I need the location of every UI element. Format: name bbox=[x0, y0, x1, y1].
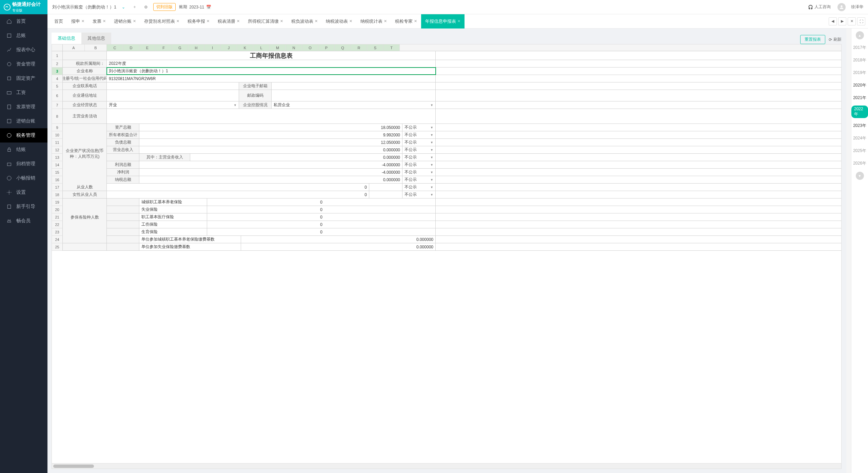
column-header[interactable]: N bbox=[286, 44, 302, 51]
year-item[interactable]: 2025年 bbox=[852, 146, 868, 156]
year-up-button[interactable]: ▲ bbox=[856, 31, 864, 39]
sub-metric-value[interactable]: 0.000000 bbox=[190, 154, 402, 161]
row-header[interactable]: 4 bbox=[52, 75, 63, 82]
row-header[interactable]: 12 bbox=[52, 146, 63, 154]
user-name[interactable]: 徐泽华 bbox=[851, 4, 863, 10]
column-header[interactable]: A bbox=[63, 44, 85, 51]
publish-select[interactable]: 不公示▼ bbox=[402, 124, 436, 131]
base-value[interactable]: 0.000000 bbox=[241, 236, 436, 243]
holding-select[interactable]: 私营企业▼ bbox=[272, 101, 436, 109]
column-header[interactable]: D bbox=[123, 44, 139, 51]
addr-input[interactable] bbox=[107, 90, 239, 101]
nav-stock[interactable]: 进销台账 bbox=[0, 114, 47, 128]
year-item[interactable]: 2018年 bbox=[852, 55, 868, 65]
employee-value[interactable]: 0 bbox=[107, 184, 369, 191]
tab-item[interactable]: 税表清册✕ bbox=[214, 14, 244, 29]
column-header[interactable]: C bbox=[107, 44, 123, 51]
close-icon[interactable]: ✕ bbox=[206, 19, 210, 23]
metric-value[interactable]: 18.050000 bbox=[139, 124, 402, 131]
column-header[interactable]: J bbox=[221, 44, 237, 51]
metric-value[interactable]: 0.000000 bbox=[139, 176, 402, 183]
account-selector[interactable]: 刘小艳演示账套（勿删勿动！）1 bbox=[52, 4, 116, 10]
column-header[interactable]: M bbox=[270, 44, 286, 51]
column-header[interactable]: R bbox=[351, 44, 367, 51]
nav-vip[interactable]: 畅会员 bbox=[0, 214, 47, 228]
row-header[interactable]: 24 bbox=[52, 236, 63, 243]
tab-home[interactable]: 首页 bbox=[50, 14, 67, 29]
year-item[interactable]: 2021年 bbox=[852, 93, 868, 103]
column-header[interactable]: E bbox=[139, 44, 156, 51]
row-header[interactable]: 19 bbox=[52, 198, 63, 206]
female-value[interactable]: 0 bbox=[107, 191, 369, 198]
phone-input[interactable] bbox=[107, 82, 239, 90]
publish-select[interactable]: 不公示▼ bbox=[402, 184, 436, 191]
row-header[interactable]: 17 bbox=[52, 184, 63, 191]
row-header[interactable]: 6 bbox=[52, 90, 63, 101]
year-item[interactable]: 2023年 bbox=[852, 121, 868, 131]
nav-ledger[interactable]: 总账 bbox=[0, 29, 47, 43]
tab-item[interactable]: 税务申报✕ bbox=[183, 14, 214, 29]
column-header[interactable]: B bbox=[85, 44, 107, 51]
select-all-corner[interactable] bbox=[52, 44, 63, 51]
user-avatar[interactable] bbox=[837, 3, 846, 11]
nav-invoice[interactable]: 发票管理 bbox=[0, 100, 47, 114]
subtab-basic[interactable]: 基础信息 bbox=[52, 33, 81, 44]
scrollbar-thumb[interactable] bbox=[53, 465, 94, 468]
row-header[interactable]: 20 bbox=[52, 206, 63, 213]
company-input[interactable]: 刘小艳演示账套（勿删勿动！）1 bbox=[107, 68, 436, 75]
year-item[interactable]: 2024年 bbox=[852, 133, 868, 143]
close-icon[interactable]: ✕ bbox=[349, 19, 352, 23]
account-settings-button[interactable]: ⚙ bbox=[142, 4, 150, 10]
publish-select[interactable]: 不公示▼ bbox=[402, 154, 436, 161]
close-icon[interactable]: ✕ bbox=[280, 19, 283, 23]
tab-close-all-button[interactable]: ✕ bbox=[848, 17, 856, 25]
email-input[interactable] bbox=[272, 82, 436, 90]
refresh-button[interactable]: ⟳刷新 bbox=[829, 37, 842, 42]
nav-home[interactable]: 首页 bbox=[0, 14, 47, 29]
nav-tax[interactable]: 税务管理 bbox=[0, 128, 47, 143]
metric-value[interactable]: 12.050000 bbox=[139, 139, 402, 146]
tab-prev-button[interactable]: ◀ bbox=[829, 17, 837, 25]
tab-item[interactable]: 纳税波动表✕ bbox=[322, 14, 356, 29]
column-header[interactable]: G bbox=[172, 44, 188, 51]
row-header[interactable]: 7 bbox=[52, 101, 63, 109]
row-header[interactable]: 21 bbox=[52, 213, 63, 221]
close-icon[interactable]: ✕ bbox=[176, 19, 179, 23]
publish-select[interactable]: 不公示▼ bbox=[402, 191, 436, 198]
publish-select[interactable]: 不公示▼ bbox=[402, 131, 436, 138]
support-button[interactable]: 🎧 人工咨询 bbox=[808, 4, 831, 10]
tab-item-active[interactable]: 年报信息申报表✕ bbox=[421, 14, 465, 29]
insurance-value[interactable]: 0 bbox=[207, 206, 436, 213]
close-icon[interactable]: ✕ bbox=[81, 19, 84, 23]
close-icon[interactable]: ✕ bbox=[133, 19, 136, 23]
year-item[interactable]: 2026年 bbox=[852, 158, 868, 168]
tab-item[interactable]: 纳税统计表✕ bbox=[356, 14, 391, 29]
row-header[interactable]: 3 bbox=[52, 68, 63, 75]
nav-archive[interactable]: 归档管理 bbox=[0, 157, 47, 171]
row-header[interactable]: 22 bbox=[52, 221, 63, 228]
year-down-button[interactable]: ▼ bbox=[856, 172, 864, 180]
publish-select[interactable]: 不公示▼ bbox=[402, 161, 436, 168]
metric-value[interactable]: -4.000000 bbox=[139, 169, 402, 176]
vertical-scrollbar[interactable] bbox=[846, 29, 851, 473]
column-header[interactable]: T bbox=[383, 44, 400, 51]
row-header[interactable]: 10 bbox=[52, 131, 63, 139]
row-header[interactable]: 16 bbox=[52, 176, 63, 184]
row-header[interactable]: 15 bbox=[52, 169, 63, 176]
row-header[interactable]: 1 bbox=[52, 51, 63, 60]
reg-input[interactable]: 91320811MA7NGR2W6R bbox=[107, 75, 436, 82]
column-header[interactable]: K bbox=[237, 44, 253, 51]
year-item[interactable]: 2017年 bbox=[852, 43, 868, 53]
tab-item[interactable]: 税检专家✕ bbox=[391, 14, 421, 29]
row-header[interactable]: 2 bbox=[52, 60, 63, 68]
row-header[interactable]: 23 bbox=[52, 228, 63, 236]
metric-value[interactable]: 9.992000 bbox=[139, 131, 402, 138]
column-header[interactable]: Q bbox=[335, 44, 351, 51]
close-icon[interactable]: ✕ bbox=[457, 19, 460, 23]
nav-guide[interactable]: 新手引导 bbox=[0, 200, 47, 214]
add-account-button[interactable]: ＋ bbox=[131, 3, 139, 11]
tab-item[interactable]: 税负波动表✕ bbox=[287, 14, 322, 29]
close-icon[interactable]: ✕ bbox=[237, 19, 240, 23]
year-item[interactable]: 2019年 bbox=[852, 68, 868, 78]
switch-old-button[interactable]: 切到旧版 bbox=[153, 3, 176, 11]
